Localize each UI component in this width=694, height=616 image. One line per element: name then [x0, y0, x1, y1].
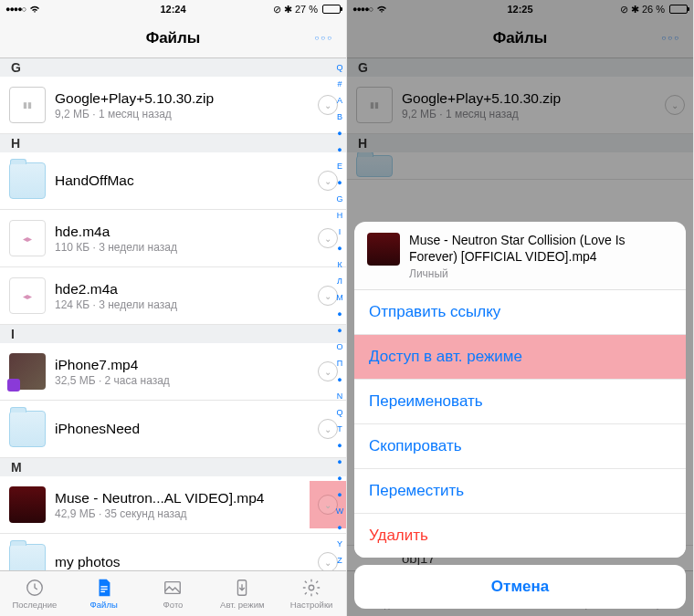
index-letter[interactable]: O [334, 343, 345, 351]
index-letter[interactable]: Z [334, 557, 345, 565]
index-letter[interactable]: ● [334, 458, 345, 466]
tab-settings[interactable]: Настройки [277, 571, 346, 616]
file-name: HandOffMac [55, 172, 310, 189]
folder-icon [9, 162, 46, 199]
index-letter[interactable]: ● [334, 245, 345, 253]
file-row[interactable]: ◂▸ hde.m4a 110 КБ · 3 недели назад ⌄ [0, 210, 346, 267]
tab-bar: Последние Файлы Фото Авт. режим Настройк… [0, 570, 346, 616]
file-row[interactable]: Muse - Neutron...AL VIDEO].mp4 42,9 МБ ·… [0, 476, 346, 534]
folder-icon [9, 411, 46, 447]
index-letter[interactable]: Т [334, 425, 345, 433]
video-thumbnail-icon [9, 486, 46, 523]
section-header: G [0, 58, 346, 77]
signal-dots-icon: ●●●●○ [5, 5, 26, 14]
audio-icon: ◂▸ [9, 277, 46, 314]
index-letter[interactable]: Q [334, 409, 345, 417]
svg-rect-1 [100, 586, 107, 587]
file-name: Google+Play+5.10.30.zip [55, 90, 310, 107]
index-letter[interactable]: W [334, 507, 345, 516]
file-list[interactable]: G ▮▮ Google+Play+5.10.30.zip 9,2 МБ · 1 … [0, 58, 346, 570]
tab-label: Авт. режим [220, 600, 264, 610]
index-letter[interactable]: # [334, 80, 345, 89]
app-badge-icon [7, 379, 20, 392]
file-name: iPhone7.mp4 [55, 357, 310, 373]
sheet-file-sub: Личный [409, 267, 673, 280]
bluetooth-icon: ✱ [284, 4, 292, 16]
file-row[interactable]: iPhone7.mp4 32,5 МБ · 2 часа назад ⌄ [0, 343, 346, 401]
section-index[interactable]: Q#AB●●E●GHI●КЛM●●OП●NQТ●●●●W●YZ [334, 62, 345, 567]
tab-label: Последние [12, 600, 57, 610]
battery-percent: 27 % [295, 4, 318, 15]
sheet-item-offline-access[interactable]: Доступ в авт. режиме [354, 334, 686, 379]
file-name: hde.m4a [55, 224, 310, 240]
index-letter[interactable]: N [334, 392, 345, 401]
index-letter[interactable]: ● [334, 442, 345, 450]
index-letter[interactable]: ● [334, 475, 345, 483]
index-letter[interactable]: E [334, 162, 345, 171]
index-letter[interactable]: A [334, 97, 345, 105]
video-thumbnail-icon [9, 353, 46, 390]
file-meta: 9,2 МБ · 1 месяц назад [55, 108, 310, 120]
folder-row[interactable]: HandOffMac ⌄ [0, 152, 346, 210]
index-letter[interactable]: ● [334, 130, 345, 138]
file-name: my photos [55, 554, 310, 570]
file-row[interactable]: ▮▮ Google+Play+5.10.30.zip 9,2 МБ · 1 ме… [0, 77, 346, 134]
index-letter[interactable]: ● [334, 179, 345, 187]
section-header: I [0, 325, 346, 343]
file-name: hde2.m4a [55, 281, 310, 298]
folder-row[interactable]: my photos ⌄ [0, 534, 346, 570]
index-letter[interactable]: ● [334, 491, 345, 499]
tab-label: Файлы [90, 600, 118, 610]
offline-icon [231, 578, 253, 598]
sheet-item-copy[interactable]: Скопировать [354, 423, 686, 468]
svg-rect-4 [165, 582, 181, 594]
page-title: Файлы [146, 29, 201, 47]
section-header: H [0, 134, 346, 152]
tab-label: Фото [163, 600, 184, 610]
file-row[interactable]: ◂▸ hde2.m4a 124 КБ · 3 недели назад ⌄ [0, 267, 346, 325]
index-letter[interactable]: ● [334, 146, 345, 154]
sheet-item-share-link[interactable]: Отправить ссылку [354, 290, 686, 334]
folder-row[interactable]: iPhonesNeed ⌄ [0, 401, 346, 458]
sheet-cancel-button[interactable]: Отмена [354, 565, 686, 609]
sheet-item-rename[interactable]: Переименовать [354, 379, 686, 423]
index-letter[interactable]: Л [334, 277, 345, 286]
tab-recent[interactable]: Последние [0, 571, 69, 616]
index-letter[interactable]: M [334, 294, 345, 302]
index-letter[interactable]: П [334, 360, 345, 368]
file-meta: 32,5 МБ · 2 часа назад [55, 374, 310, 387]
index-letter[interactable]: H [334, 212, 345, 220]
tab-offline[interactable]: Авт. режим [207, 571, 277, 616]
file-meta: 42,9 МБ · 35 секунд назад [55, 507, 310, 520]
index-letter[interactable]: G [334, 195, 345, 204]
svg-rect-2 [100, 589, 107, 590]
audio-icon: ◂▸ [9, 220, 46, 256]
index-letter[interactable]: Q [334, 64, 345, 72]
index-letter[interactable]: I [334, 228, 345, 236]
folder-icon [9, 544, 46, 570]
index-letter[interactable]: ● [334, 524, 345, 532]
section-header: M [0, 458, 346, 476]
battery-icon [321, 5, 341, 14]
svg-rect-3 [100, 591, 105, 592]
video-thumbnail-icon [367, 233, 400, 266]
more-menu-button[interactable]: ○○○ [315, 34, 334, 42]
file-meta: 124 КБ · 3 недели назад [55, 298, 310, 311]
tab-files[interactable]: Файлы [69, 571, 139, 616]
index-letter[interactable]: К [334, 261, 345, 269]
tab-photo[interactable]: Фото [139, 571, 208, 616]
file-meta: 110 КБ · 3 недели назад [55, 241, 310, 254]
index-letter[interactable]: ● [334, 327, 345, 335]
index-letter[interactable]: ● [334, 376, 345, 384]
index-letter[interactable]: ● [334, 310, 345, 318]
index-letter[interactable]: B [334, 113, 345, 121]
status-bar: ●●●●○ 12:24 ⊘ ✱ 27 % [0, 0, 346, 18]
svg-point-6 [309, 585, 314, 590]
sheet-item-delete[interactable]: Удалить [354, 513, 686, 558]
index-letter[interactable]: Y [334, 540, 345, 548]
sheet-item-move[interactable]: Переместить [354, 468, 686, 513]
file-name: iPhonesNeed [55, 421, 310, 437]
screen-files-list: ●●●●○ 12:24 ⊘ ✱ 27 % Файлы ○○○ G ▮▮ Goog… [0, 0, 347, 616]
gear-icon [300, 578, 322, 598]
zip-icon: ▮▮ [9, 87, 46, 123]
